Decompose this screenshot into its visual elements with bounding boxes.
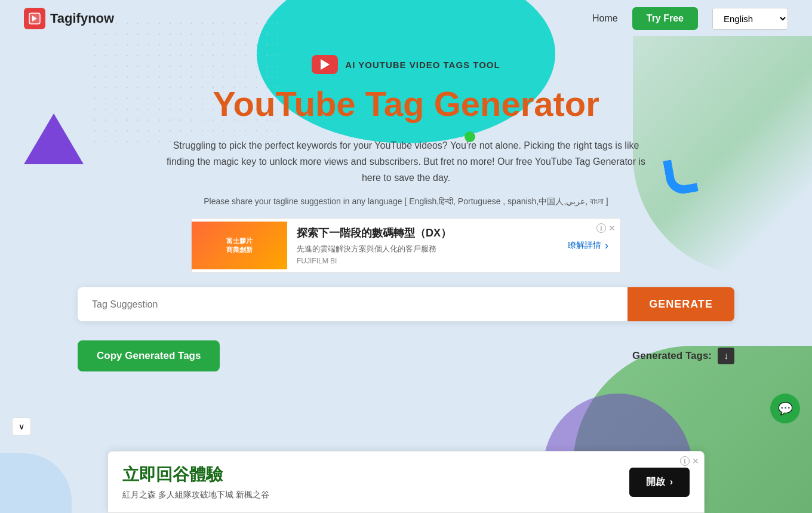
bottom-ad-info-icon[interactable]: ℹ <box>680 456 690 466</box>
main-content: AI YOUTUBE VIDEO TAGS TOOL YouTube Tag G… <box>0 37 812 371</box>
ad-content: 探索下一階段的數碼轉型（DX） 先進的雲端解決方案與個人化的客戶服務 FUJIF… <box>287 219 556 272</box>
bottom-ad-cta-arrow: › <box>670 477 673 487</box>
ad-close-area: ℹ ✕ <box>596 223 616 233</box>
ad-cta[interactable]: 瞭解詳情 › <box>556 239 620 252</box>
generated-tags-text: Generated Tags: <box>632 350 712 362</box>
input-area: GENERATE <box>78 287 734 321</box>
ad-subtitle: 先進的雲端解決方案與個人化的客戶服務 <box>297 244 546 254</box>
bottom-ad-banner: ℹ ✕ 立即回谷體驗 紅月之森 多人組隊攻破地下城 新楓之谷 開啟 › <box>107 451 705 513</box>
ad-title: 探索下一階段的數碼轉型（DX） <box>297 226 546 240</box>
bottom-ad-title: 立即回谷體驗 <box>122 463 617 486</box>
ad-close-button[interactable]: ✕ <box>608 223 616 233</box>
scroll-indicator[interactable]: ∨ <box>12 417 31 435</box>
generated-tags-label: Generated Tags: ↓ <box>632 348 734 364</box>
try-free-button[interactable]: Try Free <box>632 7 698 30</box>
bottom-ad-close-area: ℹ ✕ <box>680 456 699 466</box>
ad-info-icon[interactable]: ℹ <box>596 223 606 233</box>
generate-button[interactable]: GENERATE <box>628 287 734 321</box>
hero-description: Struggling to pick the perfect keywords … <box>161 137 651 186</box>
bg-bottom-light <box>0 453 72 513</box>
tool-label-text: AI YOUTUBE VIDEO TAGS TOOL <box>345 60 500 70</box>
chat-icon: 💬 <box>778 401 793 416</box>
action-row: Copy Generated Tags Generated Tags: ↓ <box>78 340 734 371</box>
tool-label: AI YOUTUBE VIDEO TAGS TOOL <box>312 55 500 74</box>
logo-icon <box>24 8 45 29</box>
logo[interactable]: Tagifynow <box>24 8 114 29</box>
scroll-chevron-icon: ∨ <box>19 422 24 431</box>
ad-image: 富士膠片商業創新 <box>192 222 287 269</box>
bottom-ad-subtitle: 紅月之森 多人組隊攻破地下城 新楓之谷 <box>122 490 617 500</box>
main-title: YouTube Tag Generator <box>213 85 599 123</box>
logo-text: Tagifynow <box>50 11 114 26</box>
language-note: Please share your tagline suggestion in … <box>204 196 608 207</box>
ad-cta-arrow: › <box>605 239 608 252</box>
tag-suggestion-input[interactable] <box>78 287 628 321</box>
ad-brand: FUJIFILM BI <box>297 257 546 265</box>
down-arrow-icon: ↓ <box>718 348 734 364</box>
ad-cta-text: 瞭解詳情 <box>568 240 601 251</box>
chat-bubble-button[interactable]: 💬 <box>770 394 800 423</box>
header: Tagifynow Home Try Free English Spanish … <box>0 0 812 37</box>
nav-home-link[interactable]: Home <box>592 13 618 24</box>
copy-generated-tags-button[interactable]: Copy Generated Tags <box>78 340 220 371</box>
bottom-ad-cta-button[interactable]: 開啟 › <box>629 468 690 497</box>
bottom-ad-close-button[interactable]: ✕ <box>692 456 699 466</box>
top-ad-banner: 富士膠片商業創新 探索下一階段的數碼轉型（DX） 先進的雲端解決方案與個人化的客… <box>191 218 621 273</box>
bottom-ad-cta-text: 開啟 <box>646 476 665 489</box>
nav-right: Home Try Free English Spanish Portuguese… <box>592 7 788 30</box>
bottom-ad-text: 立即回谷體驗 紅月之森 多人組隊攻破地下城 新楓之谷 <box>122 463 617 500</box>
youtube-icon <box>312 55 338 74</box>
language-select[interactable]: English Spanish Portuguese 中文 <box>712 8 788 30</box>
